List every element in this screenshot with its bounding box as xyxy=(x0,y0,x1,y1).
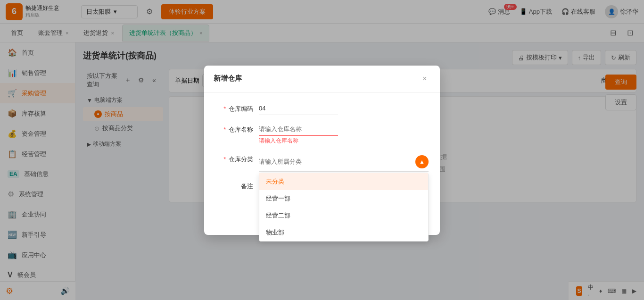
dropdown-option-dept2[interactable]: 经营二部 xyxy=(259,207,428,224)
modal-close-button[interactable]: × xyxy=(419,73,430,84)
name-input[interactable] xyxy=(259,123,338,136)
category-label: * 仓库分类 xyxy=(215,152,253,164)
dropdown-option-dept1[interactable]: 经营一部 xyxy=(259,190,428,207)
code-field-row: * 仓库编码 xyxy=(215,102,429,115)
dropdown-option-property[interactable]: 物业部 xyxy=(259,224,428,241)
category-dropdown-trigger[interactable]: ▲ xyxy=(259,152,429,172)
dropdown-option-unclassified[interactable]: 未分类 xyxy=(259,173,428,190)
category-dropdown-arrow[interactable]: ▲ xyxy=(415,155,429,168)
modal-header: 新增仓库 × xyxy=(204,66,440,92)
name-field-row: * 仓库名称 请输入仓库名称 xyxy=(215,123,429,145)
name-field-wrap: 请输入仓库名称 xyxy=(259,123,429,145)
modal-overlay[interactable]: 新增仓库 × * 仓库编码 * 仓库名称 xyxy=(0,0,644,300)
remark-label: 备注 xyxy=(215,179,253,191)
code-required-star: * xyxy=(223,105,226,112)
code-input[interactable] xyxy=(259,102,338,115)
category-required-star: * xyxy=(223,156,226,163)
modal-body: * 仓库编码 * 仓库名称 请输入仓库名称 xyxy=(204,92,440,209)
name-required-star: * xyxy=(223,126,226,133)
category-field-wrap: ▲ 未分类 经营一部 经营二部 物业部 xyxy=(259,152,429,172)
code-field-wrap xyxy=(259,102,429,115)
name-error-msg: 请输入仓库名称 xyxy=(259,137,429,145)
modal-title: 新增仓库 xyxy=(214,74,242,83)
code-label: * 仓库编码 xyxy=(215,102,253,113)
category-field-row: * 仓库分类 ▲ 未分类 经营一部 经营二部 物业部 xyxy=(215,152,429,172)
name-label: * 仓库名称 xyxy=(215,123,253,134)
category-input[interactable] xyxy=(259,158,415,165)
category-dropdown-list: 未分类 经营一部 经营二部 物业部 xyxy=(259,173,429,242)
modal-new-warehouse: 新增仓库 × * 仓库编码 * 仓库名称 xyxy=(204,66,440,235)
